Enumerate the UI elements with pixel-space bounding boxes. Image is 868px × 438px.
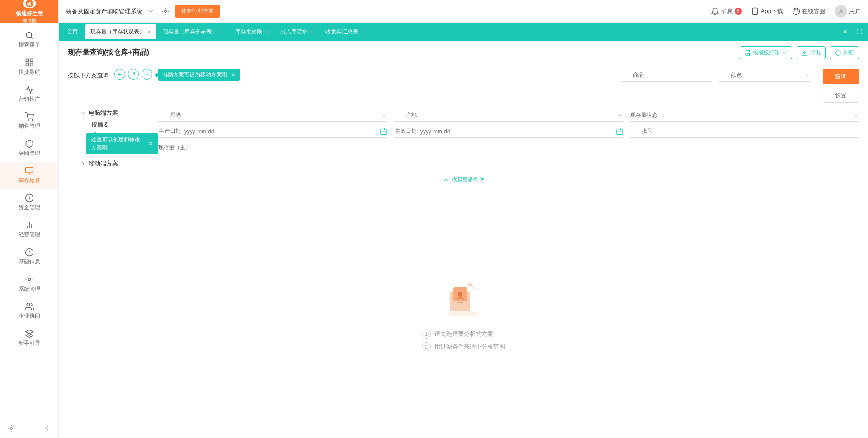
sidebar-item-guide[interactable]: 新手引导	[0, 325, 58, 352]
svg-point-22	[28, 278, 30, 281]
svg-rect-6	[26, 63, 28, 66]
tab-inventory-status-close[interactable]: ✕	[147, 29, 151, 34]
scheme-popup-close[interactable]: ✕	[231, 72, 236, 78]
sidebar-item-inventory[interactable]: 库存核算	[0, 162, 58, 189]
scheme-create-popup-text: 这里可以创建和修改方案哦	[91, 136, 145, 151]
scheme-create-popup: 这里可以创建和修改方案哦 ✕	[86, 133, 158, 154]
template-print-button[interactable]: 按模板打印	[740, 46, 792, 59]
svg-point-40	[448, 311, 479, 316]
notification-btn[interactable]: 消息 6	[711, 7, 742, 15]
svg-point-25	[165, 10, 167, 12]
phone-icon	[751, 7, 759, 15]
filter-field-expiry-date: 失效日期	[394, 125, 623, 138]
filter-area: 按以下方案查询 + ↺ ← 电脑方案可设为移动方案哦 ✕	[59, 63, 868, 190]
svg-point-29	[840, 9, 842, 11]
step-2-text: 用过滤条件来缩小分析范围	[434, 343, 505, 351]
tab-home-label: 首页	[67, 28, 78, 36]
collapse-button[interactable]: 收起更多条件	[68, 173, 859, 186]
production-date-calendar-icon[interactable]	[380, 128, 387, 135]
print-icon	[745, 50, 751, 56]
filter-field-stock-status: 现存量状态	[630, 109, 859, 122]
logo-title: 畅通好生意	[16, 10, 43, 18]
sidebar-item-label-guide: 新手引导	[19, 339, 40, 347]
sidebar-item-label-system: 系统管理	[19, 285, 40, 293]
scheme-tree-item-pc[interactable]: 电脑端方案	[77, 107, 158, 119]
filter-field-color: 颜色	[719, 69, 810, 82]
system-name: 装备及固定资产辅助管理系统	[66, 7, 142, 15]
sidebar-item-search[interactable]: 搜索菜单	[0, 26, 58, 53]
tab-inventory-status-label: 现存量（库存状况表）	[90, 28, 145, 36]
scheme-tree-item-mobile[interactable]: 移动端方案	[77, 158, 158, 170]
sidebar-item-enterprise[interactable]: 企业协同	[0, 297, 58, 325]
svg-text:畅: 畅	[27, 2, 31, 6]
scheme-create-popup-close[interactable]: ✕	[148, 141, 153, 147]
tab-batch-account[interactable]: 库存批次账 ✕	[230, 24, 274, 39]
tab-batch-account-close[interactable]: ✕	[265, 29, 269, 34]
sidebar-item-sales[interactable]: 销售管理	[0, 108, 58, 135]
export-button[interactable]: 导出	[797, 46, 826, 59]
stock-qty-from-input[interactable]	[194, 145, 231, 151]
tab-recv-summary[interactable]: 收发存汇总表 ✕	[320, 24, 370, 39]
filter-controls: + ↺ ←	[114, 69, 152, 80]
sidebar-item-marketing[interactable]: 营销推广	[0, 80, 58, 108]
sidebar-item-label-sales: 销售管理	[19, 122, 40, 130]
filter-top-row: 按以下方案查询 + ↺ ← 电脑方案可设为移动方案哦 ✕	[68, 69, 859, 103]
filter-field-goods: 商品 ···	[621, 69, 712, 82]
sidebar-item-finance[interactable]: 资金管理	[0, 189, 58, 216]
batch-no-input[interactable]	[656, 128, 859, 135]
tabs-close-all-btn[interactable]: ✕	[839, 28, 852, 35]
scheme-tree-item-digest[interactable]: 按摘要	[86, 119, 158, 131]
industry-solution-button[interactable]: 体验行业方案	[175, 5, 220, 18]
stock-qty-to-input[interactable]	[247, 145, 283, 151]
main-content: 装备及固定资产辅助管理系统 体验行业方案 消息 6 App下载 在线客服	[59, 0, 868, 438]
scheme-popup: 电脑方案可设为移动方案哦 ✕	[158, 69, 240, 81]
filter-field-batch-no: 批号	[630, 125, 859, 138]
refresh-button[interactable]: 刷新	[830, 46, 859, 59]
sidebar-item-label-purchase: 采购管理	[19, 150, 40, 157]
tab-inventory-dist-close[interactable]: ✕	[220, 29, 223, 34]
color-chevron-icon	[805, 72, 810, 78]
tab-inventory-dist[interactable]: 现存量（库存分布表） ✕	[157, 24, 229, 39]
step-1-num: 1	[422, 330, 431, 339]
tab-recv-summary-label: 收发存汇总表	[326, 28, 358, 36]
settings-topbar-icon[interactable]	[161, 7, 170, 15]
sidebar-item-quick[interactable]: 快捷导航	[0, 53, 58, 80]
export-icon	[802, 50, 808, 56]
tab-inventory-status[interactable]: 现存量（库存状况表） ✕	[85, 24, 156, 39]
sidebar-item-purchase[interactable]: 采购管理	[0, 135, 58, 162]
stock-qty-range-separator: —	[236, 144, 242, 151]
svg-rect-10	[25, 168, 33, 173]
production-date-input[interactable]	[184, 128, 376, 135]
tabs-maximize-btn[interactable]	[853, 25, 866, 38]
svg-point-43	[458, 292, 462, 297]
user-menu[interactable]: 用户	[835, 5, 861, 18]
tab-in-out-flow[interactable]: 出入库流水 ✕	[275, 24, 319, 39]
svg-rect-30	[746, 53, 750, 56]
expiry-date-input[interactable]	[420, 128, 612, 135]
online-support-btn[interactable]: 在线客服	[792, 7, 826, 15]
sidebar-item-basic[interactable]: 基础信息	[0, 243, 58, 270]
settings-icon[interactable]	[7, 424, 15, 433]
svg-rect-5	[30, 59, 33, 62]
sidebar-item-operations[interactable]: 经营管理	[0, 216, 58, 243]
filter-prev-button[interactable]: ←	[142, 69, 152, 80]
sidebar-item-label-quick: 快捷导航	[19, 68, 40, 76]
filter-add-button[interactable]: +	[114, 69, 125, 80]
sidebar-item-system[interactable]: 系统管理	[0, 270, 58, 297]
tab-home[interactable]: 首页	[61, 24, 84, 39]
search-button[interactable]: 查询	[823, 69, 859, 84]
expiry-date-label: 失效日期	[394, 127, 417, 135]
setting-button[interactable]: 设置	[823, 89, 859, 103]
topbar: 装备及固定资产辅助管理系统 体验行业方案 消息 6 App下载 在线客服	[59, 0, 868, 23]
collapse-icon[interactable]	[43, 424, 51, 433]
headset-icon	[792, 7, 800, 15]
template-print-label: 按模板打印	[753, 49, 780, 57]
svg-point-23	[27, 303, 30, 306]
app-download-btn[interactable]: App下载	[751, 7, 783, 15]
tab-recv-summary-close[interactable]: ✕	[361, 29, 364, 34]
filter-reset-button[interactable]: ↺	[128, 69, 139, 80]
goods-dots-icon[interactable]: ···	[647, 71, 653, 79]
tab-in-out-flow-close[interactable]: ✕	[310, 29, 314, 34]
filter-label: 按以下方案查询	[68, 71, 109, 80]
expiry-date-calendar-icon[interactable]	[616, 128, 623, 135]
